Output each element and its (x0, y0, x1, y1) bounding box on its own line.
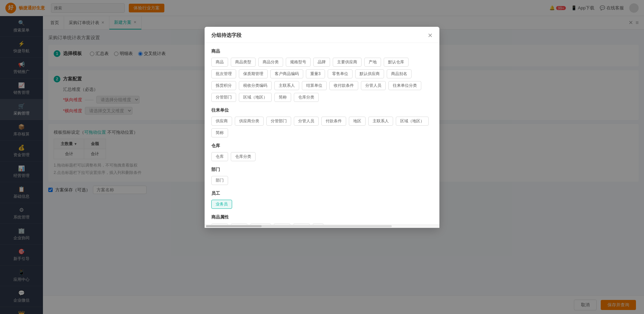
section-partner: 往来单位 供应商 供应商分类 分管部门 分管人员 付款条件 地区 主联系人 区域… (211, 107, 433, 137)
tag-tax-category[interactable]: 税收分类编码 (239, 81, 272, 90)
tag-product[interactable]: 商品 (211, 58, 228, 67)
section-warehouse: 仓库 仓库 仓库分类 (211, 143, 433, 161)
tag-main-supplier[interactable]: 主要供应商 (333, 58, 362, 67)
tag-dept-partner[interactable]: 分管部门 (266, 117, 291, 126)
tag-dept-person[interactable]: 分管人员 (294, 117, 319, 126)
tag-retail-unit[interactable]: 零售单位 (328, 69, 353, 78)
dialog-overlay: 分组待选字段 ✕ 商品 商品 商品类型 商品分类 规格型号 品牌 主要供应商 产… (0, 0, 644, 314)
tag-batch-mgmt[interactable]: 批次管理 (211, 69, 236, 78)
section-partner-title: 往来单位 (211, 107, 433, 113)
tag-contact[interactable]: 主联系人 (368, 117, 393, 126)
field-select-dialog: 分组待选字段 ✕ 商品 商品 商品类型 商品分类 规格型号 品牌 主要供应商 产… (205, 27, 439, 228)
dialog-body: 商品 商品 商品类型 商品分类 规格型号 品牌 主要供应商 产地 默认仓库 批次… (205, 43, 439, 225)
tag-supplier[interactable]: 供应商 (211, 117, 232, 126)
tag-spec-type[interactable]: 规格型号 (286, 58, 311, 67)
tag-product-alias[interactable]: 商品别名 (387, 69, 412, 78)
tag-dept-mgmt[interactable]: 分管部门 (211, 93, 236, 102)
hscroll-thumb[interactable] (206, 225, 262, 227)
tag-weight3[interactable]: 重量3 (306, 69, 325, 78)
tag-pickup-points[interactable]: 拣货积分 (211, 81, 236, 90)
tag-wh[interactable]: 仓库 (211, 152, 228, 161)
section-department-title: 部门 (211, 167, 433, 173)
partner-tags: 供应商 供应商分类 分管部门 分管人员 付款条件 地区 主联系人 区域（地区） … (211, 117, 433, 137)
tag-manager[interactable]: 分管人员 (361, 81, 386, 90)
dialog-close-btn[interactable]: ✕ (428, 33, 433, 39)
tag-abbr[interactable]: 简称 (211, 128, 228, 137)
tag-warehouse-category[interactable]: 仓库分类 (294, 93, 319, 102)
tag-source-unit-category[interactable]: 往来单位分类 (388, 81, 421, 90)
dialog-header: 分组待选字段 ✕ (205, 27, 439, 43)
tag-short-name[interactable]: 简称 (274, 93, 291, 102)
tag-region[interactable]: 区域（地区） (239, 93, 272, 102)
tag-salesman[interactable]: 业务员 (211, 200, 232, 209)
tag-settlement-unit[interactable]: 结算单位 (302, 81, 327, 90)
department-tags: 部门 (211, 176, 433, 185)
tag-quality-mgmt[interactable]: 保质期管理 (239, 69, 268, 78)
tag-region2[interactable]: 区域（地区） (396, 117, 429, 126)
section-product-attr-title: 商品属性 (211, 214, 433, 220)
product-tags: 商品 商品类型 商品分类 规格型号 品牌 主要供应商 产地 默认仓库 批次管理 … (211, 58, 433, 102)
hscroll-track (206, 225, 392, 227)
tag-product-category[interactable]: 商品分类 (258, 58, 283, 67)
section-department: 部门 部门 (211, 167, 433, 185)
tag-origin[interactable]: 产地 (364, 58, 381, 67)
tag-brand[interactable]: 品牌 (313, 58, 330, 67)
warehouse-tags: 仓库 仓库分类 (211, 152, 433, 161)
section-product-title: 商品 (211, 48, 433, 54)
tag-wh-category[interactable]: 仓库分类 (231, 152, 256, 161)
tag-main-contact[interactable]: 主联系人 (274, 81, 299, 90)
section-product-attr: 商品属性 属性 颜色 多规格 尺码 鞋码 1 (211, 214, 433, 225)
tag-dept-field[interactable]: 部门 (211, 176, 228, 185)
tag-default-supplier[interactable]: 默认供应商 (355, 69, 384, 78)
section-product: 商品 商品 商品类型 商品分类 规格型号 品牌 主要供应商 产地 默认仓库 批次… (211, 48, 433, 102)
section-warehouse-title: 仓库 (211, 143, 433, 149)
tag-supplier-category[interactable]: 供应商分类 (235, 117, 264, 126)
tag-payment-condition[interactable]: 付款条件 (321, 117, 346, 126)
staff-tags: 业务员 (211, 200, 433, 209)
section-staff: 员工 业务员 (211, 190, 433, 209)
tag-default-warehouse[interactable]: 默认仓库 (384, 58, 409, 67)
section-staff-title: 员工 (211, 190, 433, 196)
tag-payment-terms[interactable]: 收付款条件 (329, 81, 358, 90)
dialog-title: 分组待选字段 (211, 32, 241, 39)
dialog-hscroll[interactable] (205, 225, 439, 228)
tag-product-type[interactable]: 商品类型 (231, 58, 256, 67)
tag-district[interactable]: 地区 (349, 117, 366, 126)
tag-customer-code[interactable]: 客户商品编码 (270, 69, 303, 78)
